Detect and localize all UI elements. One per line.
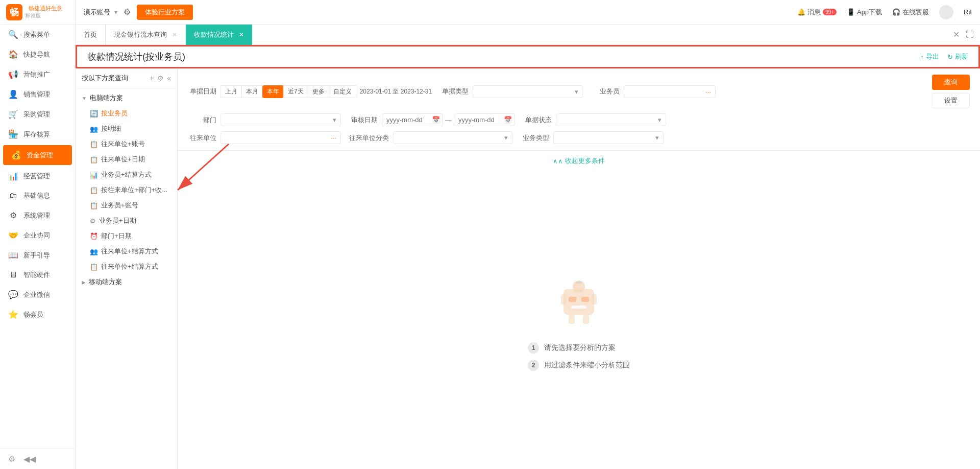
- nav-label-guide: 新手引导: [23, 251, 50, 260]
- user-area[interactable]: 演示账号 ▾: [84, 8, 117, 17]
- nav-label-system: 系统管理: [23, 211, 50, 220]
- party-category-select[interactable]: ▾: [393, 131, 512, 144]
- date-tab-7days[interactable]: 近7天: [283, 85, 308, 98]
- tab-receipt-stats[interactable]: 收款情况统计 ✕: [186, 25, 253, 45]
- sidebar-item-member[interactable]: ⭐畅会员: [0, 304, 75, 324]
- sidebar-item-purchase[interactable]: 🛒采购管理: [0, 104, 75, 124]
- nav-icon-search-menu: 🔍: [8, 30, 18, 39]
- collapse-sidebar-icon[interactable]: ◀◀: [23, 454, 36, 464]
- collapse-bar[interactable]: ∧∧ 收起更多条件: [178, 151, 980, 171]
- nav-label-inventory: 库存核算: [23, 130, 50, 139]
- salesperson-select[interactable]: ···: [624, 85, 716, 98]
- date-tab-more[interactable]: 更多: [308, 85, 329, 98]
- scheme-add-icon[interactable]: +: [150, 74, 154, 83]
- scheme-item-icon-0-5: 📋: [90, 186, 98, 194]
- sidebar-item-inventory[interactable]: 🏪库存核算: [0, 124, 75, 144]
- nav-label-wechat: 企业微信: [23, 290, 50, 299]
- nav-label-hardware: 智能硬件: [23, 270, 50, 279]
- group-arrow-1: ▶: [82, 279, 86, 285]
- notification-action[interactable]: 🔔 消息 99+: [797, 8, 837, 17]
- filter-party-category: 往来单位分类 ▾: [349, 131, 512, 144]
- header-settings-icon[interactable]: ⚙: [124, 7, 131, 17]
- settings-button[interactable]: 设置: [932, 93, 970, 108]
- nav-icon-inventory: 🏪: [8, 129, 18, 139]
- filter-date: 单据日期 上月 本月 本年 近7天 更多 自定义 20: [188, 85, 432, 98]
- nav-icon-sales: 👤: [8, 89, 18, 99]
- sidebar-item-operations[interactable]: 📊经营管理: [0, 166, 75, 186]
- sidebar-item-enterprise[interactable]: 🤝企业协同: [0, 225, 75, 245]
- date-tab-custom[interactable]: 自定义: [329, 85, 356, 98]
- sidebar-item-finance[interactable]: 💰资金管理: [3, 145, 72, 165]
- scheme-item-0-8[interactable]: ⏰部门+日期: [76, 228, 177, 244]
- doc-status-select[interactable]: ▾: [556, 113, 666, 126]
- sidebar-item-wechat[interactable]: 💬企业微信: [0, 285, 75, 304]
- biz-type-label: 业务类型: [521, 133, 549, 143]
- scheme-item-0-6[interactable]: 📋业务员+账号: [76, 198, 177, 213]
- scheme-item-0-1[interactable]: 👥按明细: [76, 121, 177, 136]
- app-download-label: App下载: [857, 8, 882, 17]
- party-more-icon[interactable]: ···: [331, 134, 336, 142]
- sidebar-item-sales[interactable]: 👤销售管理: [0, 84, 75, 104]
- scheme-item-0-2[interactable]: 📋往来单位+账号: [76, 136, 177, 152]
- bank-flow-tab-close[interactable]: ✕: [172, 31, 177, 38]
- scheme-item-0-5[interactable]: 📋按往来单位+部门+收...: [76, 182, 177, 198]
- page-title-actions: ↑ 导出 ↻ 刷新: [921, 52, 969, 61]
- date-tab-this-month[interactable]: 本月: [241, 85, 263, 98]
- sidebar-item-guide[interactable]: 📖新手引导: [0, 245, 75, 265]
- scheme-group-title-1[interactable]: ▶移动端方案: [76, 274, 177, 290]
- nav-icon-operations: 📊: [8, 171, 18, 181]
- scheme-item-0-3[interactable]: 📋往来单位+日期: [76, 152, 177, 167]
- sidebar-item-basic[interactable]: 🗂基础信息: [0, 186, 75, 205]
- salesperson-more-icon[interactable]: ···: [705, 88, 711, 96]
- filter-biz-type: 业务类型 ▾: [521, 131, 664, 144]
- tab-home[interactable]: 首页: [76, 25, 106, 45]
- doc-type-select[interactable]: ▾: [473, 85, 583, 98]
- sidebar-item-search-menu[interactable]: 🔍搜索菜单: [0, 25, 75, 44]
- export-button[interactable]: ↑ 导出: [921, 52, 940, 61]
- user-dropdown-icon[interactable]: ▾: [114, 9, 117, 16]
- tab-bank-flow[interactable]: 现金银行流水查询 ✕: [106, 25, 186, 45]
- dept-caret: ▾: [333, 116, 336, 124]
- scheme-item-label-0-7: 业务员+日期: [99, 216, 136, 225]
- sidebar-item-hardware[interactable]: 🖥智能硬件: [0, 265, 75, 285]
- date-label: 单据日期: [188, 87, 216, 96]
- scheme-item-0-9[interactable]: 👥往来单位+结算方式: [76, 244, 177, 259]
- trial-button[interactable]: 体验行业方案: [137, 5, 193, 20]
- refresh-button[interactable]: ↻ 刷新: [947, 52, 968, 61]
- party-select[interactable]: ···: [220, 131, 341, 144]
- scheme-settings-icon[interactable]: ⚙: [157, 74, 164, 82]
- home-tab-label: 首页: [84, 30, 97, 39]
- maximize-icon[interactable]: ⛶: [966, 30, 974, 39]
- receipt-stats-tab-close[interactable]: ✕: [239, 31, 244, 38]
- settings-bottom-icon[interactable]: ⚙: [8, 454, 15, 464]
- scheme-item-0-4[interactable]: 📊业务员+结算方式: [76, 167, 177, 182]
- svg-rect-3: [571, 306, 586, 309]
- review-date-inputs: 📅 — 📅: [382, 113, 515, 126]
- nav-icon-basic: 🗂: [8, 191, 18, 200]
- calendar-to-icon[interactable]: 📅: [504, 116, 512, 124]
- nav-label-quick-nav: 快捷导航: [23, 50, 50, 59]
- sidebar-item-marketing[interactable]: 📢营销推广: [0, 64, 75, 84]
- scheme-item-label-0-1: 按明细: [101, 124, 121, 133]
- date-tab-last-month[interactable]: 上月: [220, 85, 242, 98]
- scheme-item-0-7[interactable]: ⚙业务员+日期: [76, 213, 177, 228]
- step-1-num: 1: [528, 342, 539, 354]
- empty-state: 1 请先选择要分析的方案 2 用过滤条件来缩小分析范围: [178, 171, 980, 469]
- scheme-item-icon-0-1: 👥: [90, 125, 98, 133]
- scheme-item-0-10[interactable]: 📋往来单位+结算方式: [76, 259, 177, 274]
- biz-type-select[interactable]: ▾: [553, 131, 664, 144]
- scheme-collapse-icon[interactable]: «: [167, 74, 171, 82]
- dept-select[interactable]: ▾: [220, 113, 341, 126]
- collapse-icon: ∧∧: [553, 157, 563, 165]
- scheme-item-0-0[interactable]: 🔄按业务员: [76, 106, 177, 121]
- close-all-tabs-icon[interactable]: ✕: [953, 30, 960, 39]
- online-service-action[interactable]: 🎧 在线客服: [892, 8, 929, 17]
- scheme-group-title-0[interactable]: ▼电脑端方案: [76, 90, 177, 106]
- calendar-from-icon[interactable]: 📅: [432, 116, 440, 124]
- app-download-action[interactable]: 📱 App下载: [847, 8, 882, 17]
- sidebar-item-system[interactable]: ⚙系统管理: [0, 205, 75, 225]
- user-avatar[interactable]: [939, 5, 953, 19]
- query-button[interactable]: 查询: [932, 75, 970, 90]
- date-tab-this-year[interactable]: 本年: [262, 85, 284, 98]
- sidebar-item-quick-nav[interactable]: 🏠快捷导航: [0, 44, 75, 64]
